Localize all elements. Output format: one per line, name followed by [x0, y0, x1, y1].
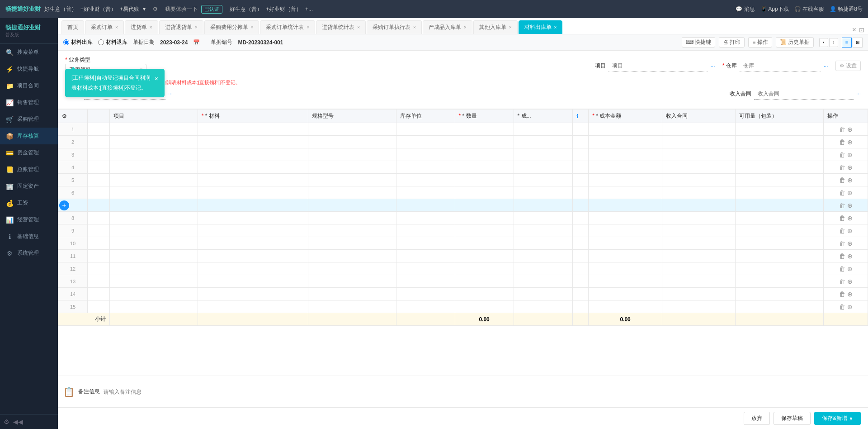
- tab-purchase-stat[interactable]: 采购订单统计表 ×: [260, 20, 315, 34]
- material-cell[interactable]: [198, 275, 308, 288]
- contract-cell[interactable]: [662, 186, 736, 199]
- tab-close-incoming-return[interactable]: ×: [195, 25, 198, 30]
- delete-row-btn[interactable]: 🗑: [839, 278, 845, 285]
- settings-btn[interactable]: ⚙ 设置: [835, 61, 861, 71]
- sidebar-item-ledger[interactable]: 📒 总账管理: [0, 161, 58, 178]
- copy-row-btn[interactable]: ⊕: [847, 240, 853, 247]
- tab-close-purchase-stat[interactable]: ×: [307, 25, 309, 30]
- material-cell-input[interactable]: [198, 199, 308, 211]
- delete-row-btn[interactable]: 🗑: [839, 253, 845, 260]
- project-cell[interactable]: [109, 300, 198, 313]
- copy-row-btn[interactable]: ⊕: [847, 164, 853, 171]
- available-cell[interactable]: [736, 123, 824, 136]
- spec-cell[interactable]: [308, 123, 396, 136]
- view-grid-btn[interactable]: ⊞: [853, 38, 863, 48]
- delete-row-btn[interactable]: 🗑: [839, 303, 845, 310]
- save-draft-btn[interactable]: 保存草稿: [774, 412, 811, 425]
- cost-cell[interactable]: [514, 123, 572, 136]
- sidebar-item-payroll[interactable]: 💰 工资: [0, 195, 58, 211]
- unit-cell[interactable]: [396, 136, 455, 148]
- note-input[interactable]: [104, 389, 863, 395]
- material-cell[interactable]: [198, 224, 308, 237]
- delete-row-btn[interactable]: 🗑: [839, 164, 845, 171]
- project-cell[interactable]: [109, 288, 198, 300]
- settings-icon[interactable]: ⚙: [153, 6, 158, 12]
- delete-row-btn[interactable]: 🗑: [839, 151, 845, 158]
- tab-product-in[interactable]: 产成品入库单 ×: [423, 20, 472, 34]
- project-cell[interactable]: [109, 161, 198, 174]
- tab-close-purchase-expense[interactable]: ×: [251, 25, 254, 30]
- user-avatar[interactable]: 👤 畅捷通8号: [830, 5, 863, 13]
- delete-row-btn[interactable]: 🗑: [839, 227, 845, 234]
- material-cell[interactable]: [198, 288, 308, 300]
- cost-cell[interactable]: [514, 161, 572, 174]
- project-cell[interactable]: [109, 123, 198, 136]
- delete-row-btn[interactable]: 🗑: [839, 214, 845, 222]
- project-input[interactable]: [609, 60, 708, 72]
- costamt-cell[interactable]: [589, 148, 662, 161]
- sidebar-collapse-btn[interactable]: ◀◀: [13, 418, 23, 425]
- tab-close-incoming[interactable]: ×: [150, 25, 152, 30]
- copy-row-btn[interactable]: ⊕: [847, 138, 853, 146]
- project-cell[interactable]: [109, 212, 198, 224]
- tab-home[interactable]: 首页: [61, 20, 84, 34]
- sidebar-item-purchase[interactable]: 🛒 采购管理: [0, 111, 58, 128]
- copy-row-btn[interactable]: ⊕: [847, 151, 853, 158]
- available-cell[interactable]: [736, 174, 824, 186]
- project-more-btn[interactable]: ···: [711, 63, 715, 69]
- copy-row-btn[interactable]: ⊕: [847, 189, 853, 196]
- qty-cell[interactable]: [455, 148, 514, 161]
- project-cell[interactable]: [109, 148, 198, 161]
- copy-row-btn[interactable]: ⊕: [847, 291, 853, 298]
- contract-cell[interactable]: [662, 161, 736, 174]
- qty-cell[interactable]: [455, 136, 514, 148]
- close-window-btn[interactable]: ×: [852, 26, 856, 34]
- extra-nav-1[interactable]: 好生意（普）: [230, 5, 262, 13]
- copy-row-btn[interactable]: ⊕: [847, 176, 853, 184]
- material-cell[interactable]: [198, 123, 308, 136]
- contract-cell-active[interactable]: [662, 199, 736, 212]
- copy-row-btn[interactable]: ⊕: [847, 202, 853, 209]
- material-cell[interactable]: [198, 148, 308, 161]
- tooltip-close-btn[interactable]: ×: [155, 73, 158, 85]
- date-value[interactable]: 2023-03-24: [160, 39, 188, 46]
- sidebar-item-operations[interactable]: 📊 经营管理: [0, 211, 58, 228]
- sidebar-item-finance[interactable]: 💳 资金管理: [0, 144, 58, 161]
- qty-cell[interactable]: [455, 123, 514, 136]
- costamt-cell[interactable]: [589, 161, 662, 174]
- delete-row-btn[interactable]: 🗑: [839, 265, 845, 272]
- qty-cell[interactable]: [455, 161, 514, 174]
- sidebar-item-basic-info[interactable]: ℹ 基础信息: [0, 228, 58, 245]
- material-cell[interactable]: [198, 237, 308, 250]
- available-cell[interactable]: [736, 161, 824, 174]
- qty-cell-active[interactable]: [455, 199, 514, 212]
- delete-row-btn[interactable]: 🗑: [839, 189, 845, 196]
- project-cell[interactable]: [109, 186, 198, 199]
- costamt-cell[interactable]: [589, 136, 662, 148]
- cost-cell-active[interactable]: [514, 199, 572, 212]
- sidebar-item-project[interactable]: 📁 项目合同: [0, 77, 58, 94]
- project-cell-input[interactable]: [110, 199, 198, 211]
- radio-material-out[interactable]: 材料出库: [63, 38, 93, 46]
- project-cell-active[interactable]: [109, 199, 198, 212]
- nav-next-btn[interactable]: ›: [829, 38, 838, 47]
- contract-cell[interactable]: [662, 174, 736, 186]
- unit-cell[interactable]: [396, 186, 455, 199]
- delete-row-btn[interactable]: 🗑: [839, 126, 845, 133]
- tab-close-purchase-exec[interactable]: ×: [413, 25, 416, 30]
- unit-cell[interactable]: [396, 148, 455, 161]
- unit-cell-active[interactable]: [396, 199, 455, 212]
- handler-more-btn[interactable]: ···: [168, 91, 173, 97]
- costamt-cell-active[interactable]: [589, 199, 662, 212]
- material-cell-active[interactable]: [198, 199, 308, 212]
- unit-cell[interactable]: [396, 174, 455, 186]
- extra-nav-3[interactable]: +...: [305, 6, 313, 12]
- operations-btn[interactable]: ≡ 操作: [748, 37, 772, 48]
- message-btn[interactable]: 💬 消息: [736, 5, 755, 13]
- try-link[interactable]: 我要体验一下: [165, 5, 198, 13]
- warehouse-input[interactable]: [740, 60, 821, 72]
- available-cell[interactable]: [736, 136, 824, 148]
- abandon-btn[interactable]: 放弃: [744, 412, 770, 425]
- project-cell[interactable]: [109, 250, 198, 262]
- sidebar-item-shortcut[interactable]: ⚡ 快捷导航: [0, 61, 58, 77]
